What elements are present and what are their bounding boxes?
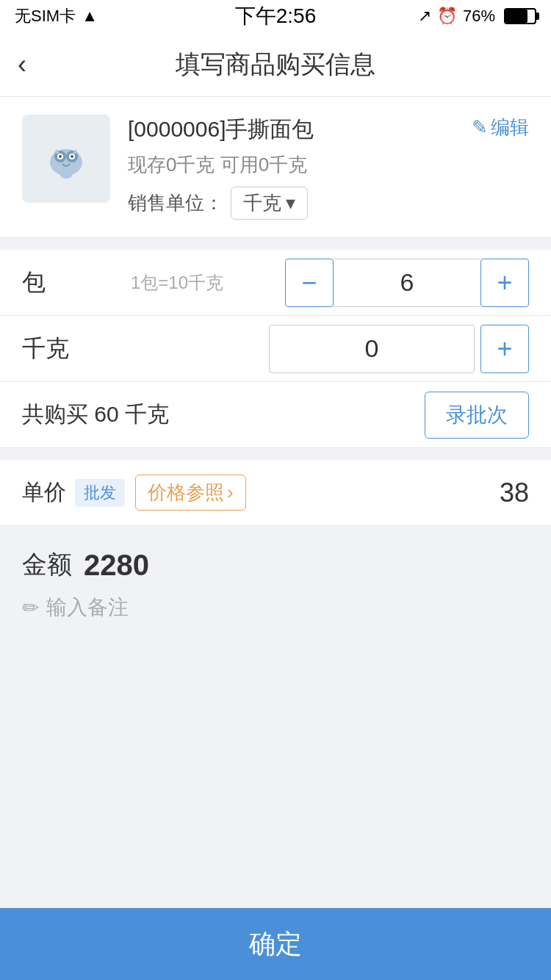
price-ref-label: 价格参照 (148, 480, 224, 505)
package-quantity-input[interactable] (334, 259, 480, 307)
alarm-icon: ⏰ (437, 7, 457, 26)
status-right: ↗ ⏰ 76% (418, 7, 536, 26)
edit-icon: ✎ (472, 116, 488, 139)
package-plus-button[interactable]: + (480, 259, 529, 307)
divider-1 (0, 238, 551, 250)
price-ref-arrow-icon: › (227, 481, 234, 504)
kg-input-control: + (269, 325, 529, 373)
battery-icon (504, 8, 536, 24)
amount-value: 2280 (84, 549, 149, 582)
summary-row: 共购买 60 千克 录批次 (0, 382, 551, 448)
unit-label: 销售单位： (128, 190, 223, 216)
amount-section: 金额 2280 ✏ 输入备注 (0, 526, 551, 636)
product-name-row: [0000006]手撕面包 ✎ 编辑 (128, 115, 529, 145)
carrier-text: 无SIM卡 (15, 5, 76, 27)
note-row[interactable]: ✏ 输入备注 (22, 594, 529, 621)
footer[interactable]: 确定 (0, 908, 551, 980)
page-title: 填写商品购买信息 (176, 48, 375, 82)
status-left: 无SIM卡 ▲ (15, 5, 98, 27)
amount-label: 金额 (22, 548, 72, 582)
svg-point-5 (59, 155, 62, 158)
note-placeholder: 输入备注 (46, 594, 129, 621)
location-icon: ↗ (418, 7, 431, 26)
svg-point-7 (60, 173, 72, 179)
divider-2 (0, 448, 551, 460)
package-sub-label: 1包=10千克 (131, 271, 223, 295)
unit-select[interactable]: 千克 ▾ (231, 187, 308, 220)
product-card: [0000006]手撕面包 ✎ 编辑 现存0千克 可用0千克 销售单位： 千克 … (0, 97, 551, 238)
spacer (0, 636, 551, 857)
amount-row: 金额 2280 (22, 548, 529, 582)
kg-quantity-input[interactable] (269, 325, 475, 373)
note-icon: ✏ (22, 596, 39, 620)
status-bar: 无SIM卡 ▲ 下午2:56 ↗ ⏰ 76% (0, 0, 551, 32)
product-unit-row: 销售单位： 千克 ▾ (128, 187, 529, 220)
package-input-row: 包 1包=10千克 − + (0, 250, 551, 316)
kg-label: 千克 (22, 333, 125, 365)
price-value: 38 (500, 478, 529, 508)
unit-value: 千克 (243, 190, 281, 216)
edit-label: 编辑 (491, 115, 529, 140)
main-content: [0000006]手撕面包 ✎ 编辑 现存0千克 可用0千克 销售单位： 千克 … (0, 97, 551, 929)
product-image (22, 115, 110, 203)
product-stock: 现存0千克 可用0千克 (128, 152, 529, 178)
price-type-badge: 批发 (75, 479, 125, 507)
package-label: 包 (22, 267, 125, 299)
confirm-button-label: 确定 (249, 926, 302, 962)
edit-button[interactable]: ✎ 编辑 (472, 115, 529, 140)
back-button[interactable]: ‹ (18, 49, 26, 80)
unit-dropdown-icon: ▾ (286, 192, 295, 215)
price-label: 单价 (22, 478, 66, 508)
package-input-control: − + (285, 259, 529, 307)
product-info: [0000006]手撕面包 ✎ 编辑 现存0千克 可用0千克 销售单位： 千克 … (128, 115, 529, 220)
package-minus-button[interactable]: − (285, 259, 334, 307)
price-row: 单价 批发 价格参照 › 38 (0, 460, 551, 526)
price-section: 单价 批发 价格参照 › 38 (0, 460, 551, 526)
product-name: [0000006]手撕面包 (128, 115, 314, 145)
wifi-icon: ▲ (82, 7, 98, 26)
kg-input-row: 千克 + (0, 316, 551, 382)
battery-percent: 76% (463, 7, 495, 26)
summary-text: 共购买 60 千克 (22, 400, 169, 430)
nav-bar: ‹ 填写商品购买信息 (0, 32, 551, 97)
kg-plus-button[interactable]: + (480, 325, 529, 373)
price-reference-button[interactable]: 价格参照 › (135, 475, 246, 511)
package-input-section: 包 1包=10千克 − + 千克 + (0, 250, 551, 382)
svg-point-6 (71, 155, 73, 158)
status-time: 下午2:56 (235, 2, 317, 30)
record-batch-button[interactable]: 录批次 (425, 392, 529, 439)
